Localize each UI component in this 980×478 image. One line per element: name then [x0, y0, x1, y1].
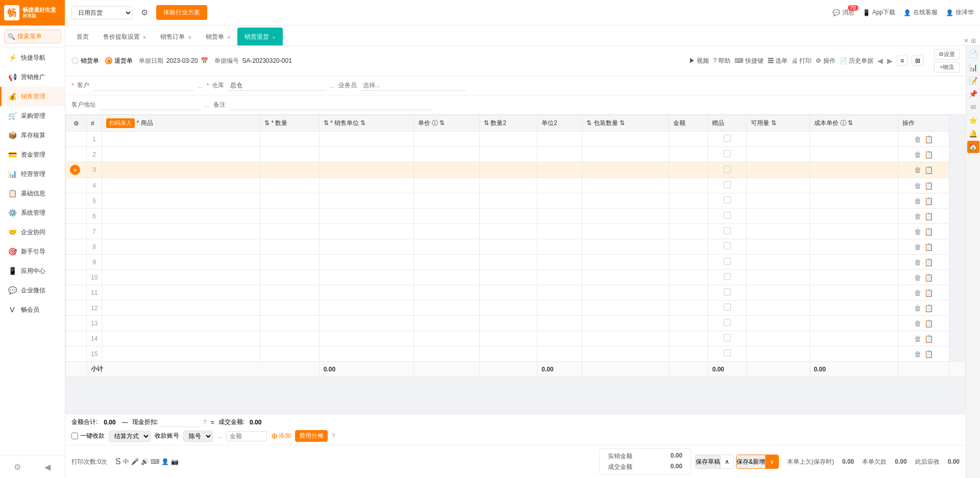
row-gift-3[interactable] [708, 162, 747, 178]
row-available-3[interactable] [747, 162, 810, 178]
row-unit-13[interactable] [319, 316, 413, 331]
experience-button[interactable]: 体验行业方案 [156, 5, 207, 20]
right-sidebar-note-btn[interactable]: 📝 [967, 74, 979, 87]
sidebar-collapse-button[interactable]: ◀ [35, 460, 61, 474]
gift-checkbox-9[interactable] [724, 258, 731, 265]
goods-input-14[interactable] [106, 335, 256, 342]
row-gift-6[interactable] [708, 209, 747, 224]
row-goods-14[interactable] [102, 331, 260, 346]
payment-amount-input[interactable] [226, 431, 267, 441]
gift-checkbox-13[interactable] [724, 319, 731, 326]
row-unit2-13[interactable] [537, 316, 582, 331]
row-unit2-15[interactable] [537, 346, 582, 362]
delete-row-btn-8[interactable]: 🗑 [914, 243, 921, 251]
video-btn[interactable]: ▶ 视频 [689, 57, 709, 65]
delete-row-btn-10[interactable]: 🗑 [914, 273, 921, 282]
row-qty-2[interactable] [260, 147, 320, 162]
row-pkg-7[interactable] [582, 224, 669, 239]
radio-return[interactable]: 退货单 [105, 57, 133, 65]
row-qty2-3[interactable] [479, 162, 537, 178]
row-goods-7[interactable] [102, 224, 260, 239]
tab-sales-return[interactable]: 销货退货 × [237, 28, 282, 45]
row-cost-7[interactable] [810, 224, 898, 239]
row-gift-9[interactable] [708, 255, 747, 270]
row-pkg-11[interactable] [582, 285, 669, 300]
sidebar-item-inventory[interactable]: 📦 库存核算 [0, 125, 65, 145]
gift-checkbox-15[interactable] [724, 349, 731, 357]
row-goods-12[interactable] [102, 300, 260, 316]
header-settings-button[interactable]: ⚙ [139, 6, 150, 19]
row-pkg-5[interactable] [582, 193, 669, 209]
row-cost-3[interactable] [810, 162, 898, 178]
row-unit-12[interactable] [319, 300, 413, 316]
row-unit2-6[interactable] [537, 209, 582, 224]
row-qty2-8[interactable] [479, 239, 537, 255]
gift-checkbox-10[interactable] [724, 273, 731, 280]
row-qty2-6[interactable] [479, 209, 537, 224]
select-btn[interactable]: ☰ 选单 [768, 57, 788, 65]
row-gift-8[interactable] [708, 239, 747, 255]
row-price-9[interactable] [413, 255, 479, 270]
row-unit2-7[interactable] [537, 224, 582, 239]
right-sidebar-pin-btn[interactable]: 📌 [967, 88, 979, 100]
row-available-12[interactable] [747, 300, 810, 316]
right-sidebar-mail-btn[interactable]: ✉ [967, 101, 979, 113]
row-available-8[interactable] [747, 239, 810, 255]
right-sidebar-doc-btn[interactable]: 📄 [967, 48, 979, 60]
row-unit-7[interactable] [319, 224, 413, 239]
delete-row-btn-15[interactable]: 🗑 [914, 350, 921, 358]
save-new-dropdown[interactable]: ∨ [765, 455, 778, 468]
shortcut-btn[interactable]: ⌨ 快捷键 [734, 57, 763, 65]
copy-row-btn-12[interactable]: 📋 [924, 304, 933, 312]
row-unit-2[interactable] [319, 147, 413, 162]
warehouse-more-btn[interactable]: ... [329, 82, 334, 89]
row-available-9[interactable] [747, 255, 810, 270]
delete-row-btn-13[interactable]: 🗑 [914, 319, 921, 328]
gift-checkbox-3[interactable] [724, 166, 731, 173]
row-goods-13[interactable] [102, 316, 260, 331]
copy-row-btn-5[interactable]: 📋 [924, 197, 933, 205]
row-unit2-4[interactable] [537, 178, 582, 193]
sidebar-item-member[interactable]: V 畅会员 [0, 300, 65, 319]
row-available-15[interactable] [747, 346, 810, 362]
copy-row-btn-8[interactable]: 📋 [924, 243, 933, 251]
row-cost-6[interactable] [810, 209, 898, 224]
row-gift-5[interactable] [708, 193, 747, 209]
row-unit-3[interactable] [319, 162, 413, 178]
row-available-10[interactable] [747, 270, 810, 285]
row-available-11[interactable] [747, 285, 810, 300]
row-amount-7[interactable] [669, 224, 708, 239]
row-price-10[interactable] [413, 270, 479, 285]
delete-row-btn-7[interactable]: 🗑 [914, 228, 921, 236]
row-price-12[interactable] [413, 300, 479, 316]
row-goods-8[interactable] [102, 239, 260, 255]
row-goods-10[interactable] [102, 270, 260, 285]
row-qty-15[interactable] [260, 346, 320, 362]
row-qty-12[interactable] [260, 300, 320, 316]
row-amount-11[interactable] [669, 285, 708, 300]
row-unit-10[interactable] [319, 270, 413, 285]
delete-row-btn-5[interactable]: 🗑 [914, 197, 921, 205]
row-cost-9[interactable] [810, 255, 898, 270]
sidebar-item-newbie[interactable]: 🎯 新手引导 [0, 242, 65, 261]
row-price-3[interactable] [413, 162, 479, 178]
tab-sales-order-close[interactable]: × [188, 34, 191, 40]
row-qty2-13[interactable] [479, 316, 537, 331]
row-cost-14[interactable] [810, 331, 898, 346]
sidebar-item-wechat[interactable]: 💬 企业微信 [0, 281, 65, 300]
row-price-11[interactable] [413, 285, 479, 300]
sidebar-item-basic[interactable]: 📋 基础信息 [0, 184, 65, 203]
row-price-2[interactable] [413, 147, 479, 162]
row-amount-8[interactable] [669, 239, 708, 255]
row-cost-13[interactable] [810, 316, 898, 331]
row-unit-5[interactable] [319, 193, 413, 209]
goods-input-13[interactable] [106, 320, 256, 327]
goods-input-11[interactable] [106, 289, 256, 296]
account-select[interactable]: 陈号 [183, 431, 213, 442]
gift-checkbox-2[interactable] [724, 150, 731, 157]
right-sidebar-bell-btn[interactable]: 🔔 [967, 128, 979, 140]
row-qty-5[interactable] [260, 193, 320, 209]
row-unit-11[interactable] [319, 285, 413, 300]
row-price-4[interactable] [413, 178, 479, 193]
tab-close-all[interactable]: ✕ [964, 37, 969, 44]
